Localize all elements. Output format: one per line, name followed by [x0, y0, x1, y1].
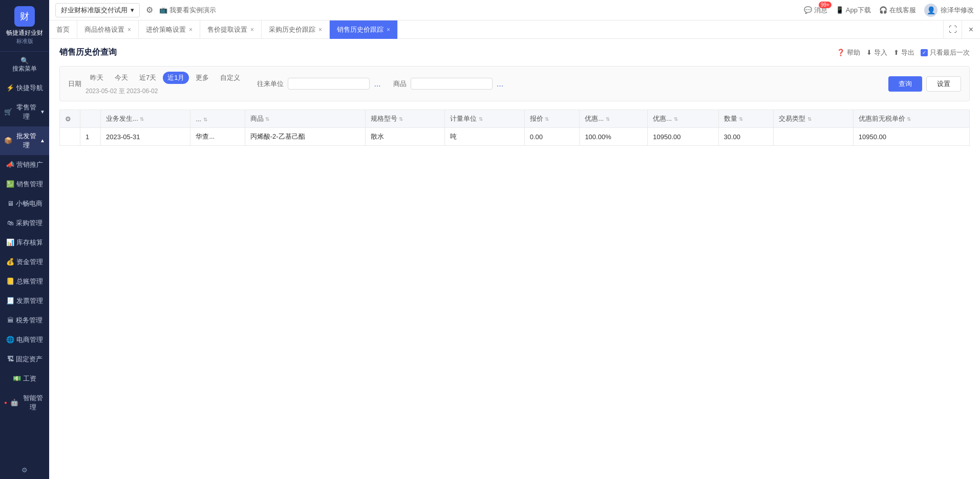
sidebar-item-marketing[interactable]: 📣 营销推广: [0, 155, 49, 175]
settings-gear-icon: ⚙: [146, 6, 153, 14]
user-menu-btn[interactable]: 👤 徐泽华修改: [924, 4, 974, 17]
tab-sale-extract-close[interactable]: ×: [250, 26, 254, 33]
finance-icon: 💰: [6, 258, 14, 266]
sidebar-tax-label: 税务管理: [16, 316, 42, 325]
settings-btn[interactable]: 设置: [926, 76, 961, 92]
window-controls: ⛶ ×: [943, 20, 980, 39]
th-settings[interactable]: ⚙: [60, 110, 80, 128]
export-btn[interactable]: ⬆ 导出: [893, 48, 914, 57]
cell-extra: 华查...: [190, 128, 245, 146]
sidebar-invoice-label: 发票管理: [16, 296, 43, 306]
sidebar-item-finance[interactable]: 💰 资金管理: [0, 252, 49, 272]
query-btn[interactable]: 查询: [888, 76, 922, 92]
topbar-right: 💬 消息 99+ 📱 App下载 🎧 在线客服 👤 徐泽华修改: [804, 4, 974, 17]
tab-product-price[interactable]: 商品价格设置 ×: [77, 20, 139, 39]
source-unit-input[interactable]: [288, 78, 370, 90]
sidebar: 财 畅捷通好业财 标准版 🔍 搜索菜单 ⚡ 快捷导航 🛒 零售管理 ▼ 📦 批发…: [0, 0, 49, 479]
demo-icon: 📺: [159, 6, 167, 14]
help-btn[interactable]: ❓ 帮助: [837, 48, 860, 57]
th-business-date[interactable]: 业务发生... ⇅: [101, 110, 190, 128]
sidebar-item-retail[interactable]: 🛒 零售管理 ▼: [0, 98, 49, 126]
date-btn-today[interactable]: 今天: [110, 72, 133, 84]
tab-home[interactable]: 首页: [49, 20, 77, 39]
sidebar-item-payroll[interactable]: 💵 工资: [0, 369, 49, 388]
page-title: 销售历史价查询: [59, 47, 117, 58]
app-title: 畅捷通好业财: [6, 29, 43, 37]
inventory-icon: 📊: [6, 238, 14, 246]
tab-product-price-close[interactable]: ×: [127, 26, 131, 33]
filter-bar: 日期 昨天 今天 近7天 近1月 更多 自定义 2023-05-02 至 202…: [59, 66, 970, 101]
tab-purchase-strategy-close[interactable]: ×: [189, 26, 193, 33]
product-input[interactable]: [411, 78, 493, 90]
app-subtitle: 标准版: [16, 37, 33, 45]
th-extra[interactable]: ... ⇅: [190, 110, 245, 128]
cell-pretax-price: 10950.00: [853, 128, 969, 146]
sidebar-item-ecommerce[interactable]: 🌐 电商管理: [0, 330, 49, 350]
sort-icon-unit: ⇅: [479, 116, 483, 122]
sidebar-item-assets[interactable]: 🏗 固定资产: [0, 350, 49, 369]
window-restore-btn[interactable]: ⛶: [943, 20, 962, 39]
date-btn-more[interactable]: 更多: [191, 72, 214, 84]
purchase-icon: 🛍: [7, 219, 14, 227]
messages-btn[interactable]: 💬 消息 99+: [804, 6, 827, 15]
source-unit-filter-group: 往来单位 ...: [257, 78, 380, 90]
tab-purchase-history[interactable]: 采购历史价跟踪 ×: [262, 20, 330, 39]
th-pretax-price[interactable]: 优惠前无税单价 ⇅: [853, 110, 969, 128]
sort-icon-discount2: ⇅: [674, 116, 678, 122]
sidebar-item-tax[interactable]: 🏛 税务管理: [0, 311, 49, 330]
date-btn-7days[interactable]: 近7天: [135, 72, 161, 84]
sidebar-item-wholesale[interactable]: 📦 批发管理 ▲: [0, 126, 49, 155]
sidebar-sales-label: 销售管理: [16, 180, 43, 189]
product-dots-btn[interactable]: ...: [497, 79, 503, 89]
sidebar-item-inventory[interactable]: 📊 库存核算: [0, 233, 49, 252]
source-unit-dots-btn[interactable]: ...: [374, 79, 380, 89]
ecommerce-icon: 🌐: [6, 336, 14, 343]
tab-purchase-strategy[interactable]: 进价策略设置 ×: [139, 20, 200, 39]
sidebar-item-invoice[interactable]: 🧾 发票管理: [0, 291, 49, 311]
main-area: 好业财标准版交付试用 ▾ ⚙ 📺 我要看实例演示 💬 消息 99+ 📱 App下…: [49, 0, 980, 479]
demo-btn[interactable]: 📺 我要看实例演示: [159, 6, 216, 15]
page-header-actions: ❓ 帮助 ⬇ 导入 ⬆ 导出 ✓ 只看最后一: [837, 48, 970, 57]
date-btn-yesterday[interactable]: 昨天: [86, 72, 108, 84]
app-download-btn[interactable]: 📱 App下载: [836, 6, 871, 15]
topbar-settings-btn[interactable]: ⚙: [146, 5, 153, 15]
sidebar-item-ecommerce-small[interactable]: 🖥 小畅电商: [0, 194, 49, 213]
sidebar-item-smart[interactable]: ● 🤖 智能管理: [0, 388, 49, 417]
search-icon: 🔍: [20, 57, 29, 64]
tab-purchase-history-close[interactable]: ×: [318, 26, 322, 33]
th-quantity[interactable]: 数量 ⇅: [718, 110, 774, 128]
messages-badge: 99+: [819, 2, 832, 8]
tab-sale-extract-label: 售价提取设置: [207, 25, 247, 34]
only-last-checkbox[interactable]: ✓ 只看最后一次: [921, 48, 970, 57]
th-discount1[interactable]: 优惠... ⇅: [580, 110, 648, 128]
import-btn[interactable]: ⬇ 导入: [866, 48, 887, 57]
th-unit[interactable]: 计量单位 ⇅: [445, 110, 525, 128]
sidebar-item-accounting[interactable]: 📒 总账管理: [0, 272, 49, 291]
tab-sale-extract[interactable]: 售价提取设置 ×: [200, 20, 262, 39]
window-close-btn[interactable]: ×: [962, 20, 980, 39]
sort-icon-product: ⇅: [265, 116, 269, 122]
th-discount2[interactable]: 优惠... ⇅: [648, 110, 718, 128]
tab-sale-history-close[interactable]: ×: [387, 26, 390, 33]
sort-icon-transaction-type: ⇅: [807, 116, 812, 122]
sidebar-item-search[interactable]: 🔍 搜索菜单: [0, 52, 49, 78]
date-btn-1month[interactable]: 近1月: [163, 72, 189, 84]
th-price[interactable]: 报价 ⇅: [524, 110, 580, 128]
wholesale-arrow-icon: ▲: [40, 138, 45, 143]
sidebar-item-quicknav[interactable]: ⚡ 快捷导航: [0, 78, 49, 98]
online-service-btn[interactable]: 🎧 在线客服: [879, 6, 916, 15]
sidebar-settings-btn[interactable]: ⚙: [0, 461, 49, 479]
sidebar-item-sales[interactable]: 💹 销售管理: [0, 175, 49, 194]
sidebar-item-purchase[interactable]: 🛍 采购管理: [0, 213, 49, 233]
sidebar-ecommerce-label: 电商管理: [16, 335, 43, 344]
wholesale-icon: 📦: [4, 137, 12, 144]
user-name: 徐泽华修改: [941, 6, 974, 15]
th-spec[interactable]: 规格型号 ⇅: [365, 110, 445, 128]
th-transaction-type[interactable]: 交易类型 ⇅: [774, 110, 854, 128]
module-selector[interactable]: 好业财标准版交付试用 ▾: [55, 3, 140, 17]
th-product[interactable]: 商品 ⇅: [245, 110, 365, 128]
tab-sale-history[interactable]: 销售历史价跟踪 ×: [330, 20, 398, 39]
date-btn-custom[interactable]: 自定义: [216, 72, 245, 84]
table-settings-icon[interactable]: ⚙: [65, 115, 71, 123]
sort-icon-price: ⇅: [545, 116, 549, 122]
